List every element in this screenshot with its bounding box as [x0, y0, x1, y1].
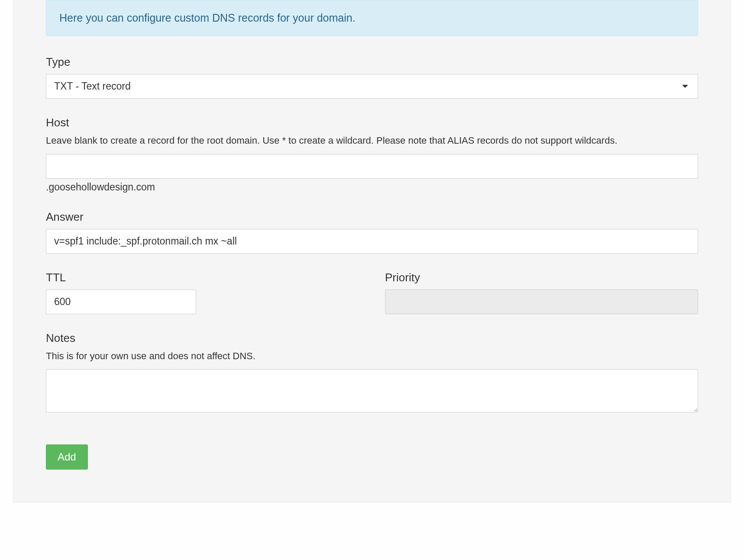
dns-record-form-panel: Here you can configure custom DNS record… — [13, 0, 731, 502]
notes-label: Notes — [46, 331, 698, 345]
host-input[interactable] — [46, 154, 698, 179]
notes-group: Notes This is for your own use and does … — [46, 331, 698, 415]
chevron-down-icon — [682, 85, 688, 88]
ttl-input[interactable] — [46, 290, 196, 314]
info-banner: Here you can configure custom DNS record… — [46, 0, 698, 36]
ttl-priority-row: TTL Priority — [46, 271, 698, 314]
host-label: Host — [46, 116, 698, 129]
answer-input[interactable] — [46, 229, 698, 254]
ttl-group: TTL — [46, 271, 359, 314]
priority-group: Priority — [385, 271, 698, 314]
host-domain-suffix: .goosehollowdesign.com — [46, 181, 698, 193]
answer-label: Answer — [46, 210, 698, 224]
notes-help-text: This is for your own use and does not af… — [46, 350, 698, 363]
type-label: Type — [46, 55, 698, 69]
type-select[interactable]: TXT - Text record — [46, 74, 698, 99]
info-banner-text: Here you can configure custom DNS record… — [59, 12, 356, 24]
notes-textarea[interactable] — [46, 369, 698, 412]
priority-input — [385, 290, 698, 314]
answer-group: Answer — [46, 210, 698, 254]
type-select-value: TXT - Text record — [54, 80, 131, 92]
type-group: Type TXT - Text record — [46, 55, 698, 99]
ttl-label: TTL — [46, 271, 359, 284]
host-group: Host Leave blank to create a record for … — [46, 116, 698, 193]
host-help-text: Leave blank to create a record for the r… — [46, 135, 698, 147]
priority-label: Priority — [385, 271, 698, 284]
add-button[interactable]: Add — [46, 444, 88, 470]
